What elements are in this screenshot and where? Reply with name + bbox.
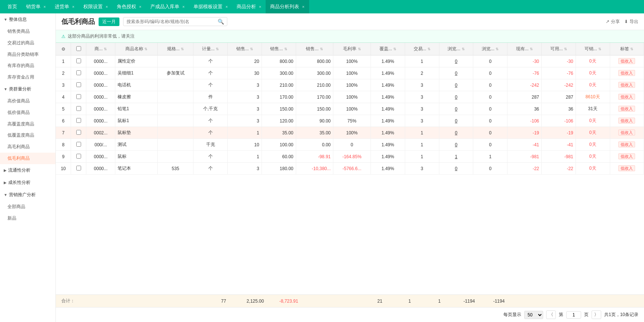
- cell-checkbox[interactable]: [71, 163, 86, 175]
- close-icon[interactable]: ×: [302, 4, 304, 9]
- sidebar-group-flow[interactable]: ▶ 流通性分析: [0, 164, 55, 176]
- nav-product-analysis[interactable]: 商品分析 ×: [232, 0, 266, 13]
- row-checkbox[interactable]: [76, 154, 81, 159]
- sidebar-group-marketing[interactable]: ▼ 营销推广分析: [0, 189, 55, 201]
- close-icon[interactable]: ×: [259, 4, 261, 9]
- cell-views1[interactable]: 0: [439, 127, 473, 139]
- sidebar-item-high-coverage[interactable]: 高覆盖度商品: [0, 118, 55, 130]
- sidebar-group-overall[interactable]: ▼ 整体信息: [0, 13, 55, 26]
- row-checkbox[interactable]: [76, 118, 81, 123]
- col-tag[interactable]: 标签 ⇅: [610, 43, 644, 55]
- close-icon[interactable]: ×: [72, 4, 74, 9]
- col-coverage[interactable]: 覆盖... ⇅: [371, 43, 405, 55]
- cell-checkbox[interactable]: [71, 91, 86, 103]
- pagination-bar: 每页显示 50 100 200 〈 第 页 〉 共1页，10条记录: [56, 307, 644, 322]
- share-button[interactable]: ↗ 分享: [606, 19, 620, 25]
- sidebar-item-all-products[interactable]: 全部商品: [0, 201, 55, 213]
- sidebar-item-low-value[interactable]: 低价值商品: [0, 107, 55, 118]
- current-page-input[interactable]: [566, 311, 581, 319]
- cell-views1[interactable]: 0: [439, 55, 473, 67]
- close-icon[interactable]: ×: [182, 4, 185, 9]
- col-settings[interactable]: ⚙: [56, 43, 71, 55]
- cell-views1[interactable]: 0: [439, 163, 473, 175]
- col-gross-rate[interactable]: 毛利率 ⇅: [333, 43, 371, 55]
- col-name[interactable]: 商品名称 ⇅: [115, 43, 158, 55]
- close-icon[interactable]: ×: [44, 4, 46, 9]
- search-icon[interactable]: 🔍: [218, 19, 224, 25]
- close-icon[interactable]: ×: [106, 4, 108, 9]
- cell-checkbox[interactable]: [71, 103, 86, 115]
- search-input[interactable]: [126, 19, 218, 24]
- sidebar-group-cluster[interactable]: ▼ 类群量分析: [0, 83, 55, 95]
- row-checkbox[interactable]: [76, 58, 81, 63]
- row-checkbox[interactable]: [76, 94, 81, 99]
- per-page-label: 每页显示: [503, 312, 521, 318]
- col-views2[interactable]: 浏览... ⇅: [473, 43, 507, 55]
- cell-views1[interactable]: 0: [439, 139, 473, 151]
- nav-purchase[interactable]: 进货单 ×: [50, 0, 79, 13]
- sidebar-item-low-coverage[interactable]: 低覆盖度商品: [0, 130, 55, 141]
- nav-permissions[interactable]: 权限设置 ×: [79, 0, 112, 13]
- row-checkbox[interactable]: [76, 70, 81, 75]
- col-sales-qty[interactable]: 销售... ⇅: [227, 43, 262, 55]
- row-checkbox[interactable]: [76, 142, 81, 147]
- close-icon[interactable]: ×: [225, 4, 228, 9]
- sidebar-item-sales-products[interactable]: 销售类商品: [0, 26, 55, 37]
- close-icon[interactable]: ×: [139, 4, 141, 9]
- cell-checkbox[interactable]: [71, 115, 86, 127]
- cell-views1[interactable]: 0: [439, 115, 473, 127]
- cell-coverage: 1.49%: [371, 127, 405, 139]
- col-unit[interactable]: 计量... ⇅: [193, 43, 228, 55]
- cell-views2: 0: [473, 127, 507, 139]
- row-checkbox[interactable]: [76, 166, 81, 170]
- nav-product-entry[interactable]: 产成品入库单 ×: [146, 0, 189, 13]
- cell-code: 0000...: [86, 55, 115, 67]
- col-code[interactable]: 商... ⇅: [86, 43, 115, 55]
- prev-page-button[interactable]: 〈: [546, 310, 556, 319]
- nav-role-auth[interactable]: 角色授权 ×: [112, 0, 146, 13]
- col-avail-stock[interactable]: 可用... ⇅: [542, 43, 576, 55]
- cell-code: 0000...: [86, 79, 115, 91]
- nav-sales[interactable]: 销货单 ×: [22, 0, 50, 13]
- nav-template-settings[interactable]: 单据模板设置 ×: [189, 0, 232, 13]
- cell-views1[interactable]: 0: [439, 91, 473, 103]
- sidebar-item-traded-products[interactable]: 交易过的商品: [0, 37, 55, 49]
- col-views1[interactable]: 浏览... ⇅: [439, 43, 473, 55]
- sidebar-item-high-value[interactable]: 高价值商品: [0, 95, 55, 107]
- cell-checkbox[interactable]: [71, 79, 86, 91]
- filter-recent-month-button[interactable]: 近一月: [99, 17, 119, 26]
- cell-checkbox[interactable]: [71, 151, 86, 163]
- nav-home[interactable]: 首页: [3, 0, 22, 13]
- cell-checkbox[interactable]: [71, 139, 86, 151]
- nav-product-analysis-list[interactable]: 商品分析列表 ×: [266, 0, 309, 13]
- per-page-select[interactable]: 50 100 200: [524, 311, 543, 319]
- cell-checkbox[interactable]: [71, 55, 86, 67]
- sidebar-item-low-margin[interactable]: 低毛利商品: [0, 153, 55, 164]
- sidebar-item-new-products[interactable]: 新品: [0, 213, 55, 224]
- col-sales-price[interactable]: 销售... ⇅: [262, 43, 296, 55]
- sidebar-item-stock-products[interactable]: 有库存的商品: [0, 60, 55, 71]
- col-checkbox[interactable]: [71, 43, 86, 55]
- col-sales-profit[interactable]: 销售... ⇅: [296, 43, 333, 55]
- cell-views1[interactable]: 0: [439, 67, 473, 79]
- row-checkbox[interactable]: [76, 106, 81, 111]
- row-checkbox[interactable]: [76, 130, 81, 135]
- table-container[interactable]: ⚙ 商... ⇅ 商品名称 ⇅ 规格... ⇅ 计量... ⇅ 销售... ⇅ …: [56, 43, 644, 294]
- cell-views1[interactable]: 0: [439, 103, 473, 115]
- row-checkbox[interactable]: [76, 82, 81, 87]
- sidebar-item-category-sales-rate[interactable]: 商品分类助销率: [0, 49, 55, 60]
- sidebar-item-stock-capital[interactable]: 库存资金占用: [0, 71, 55, 83]
- export-button[interactable]: ⬇ 导出: [624, 19, 638, 25]
- cell-views1[interactable]: 1: [439, 151, 473, 163]
- col-spec[interactable]: 规格... ⇅: [158, 43, 193, 55]
- cell-checkbox[interactable]: [71, 67, 86, 79]
- cell-views1[interactable]: 0: [439, 79, 473, 91]
- sidebar-group-growth[interactable]: ▶ 成长性分析: [0, 176, 55, 189]
- cell-checkbox[interactable]: [71, 127, 86, 139]
- col-sellable[interactable]: 可销... ⇅: [576, 43, 610, 55]
- next-page-button[interactable]: 〉: [592, 310, 601, 319]
- col-trades[interactable]: 交易... ⇅: [405, 43, 439, 55]
- select-all-checkbox[interactable]: [76, 46, 81, 51]
- col-current-stock[interactable]: 现有... ⇅: [507, 43, 542, 55]
- sidebar-item-high-margin[interactable]: 高毛利商品: [0, 141, 55, 153]
